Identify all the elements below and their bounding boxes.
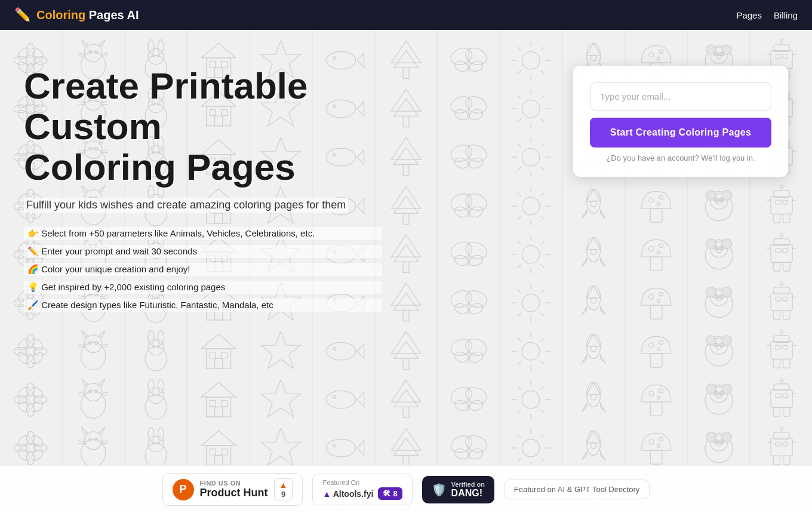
svg-point-632 (26, 443, 35, 453)
svg-marker-486 (99, 330, 105, 337)
ph-icon: P (173, 479, 194, 500)
svg-marker-662 (262, 428, 301, 465)
svg-point-560 (30, 385, 45, 401)
svg-rect-503 (222, 352, 227, 358)
hero-title: Create Printable Custom Coloring Pages (24, 66, 382, 188)
svg-marker-12 (99, 40, 105, 47)
svg-rect-626 (776, 394, 780, 398)
svg-point-638 (30, 447, 45, 463)
svg-line-363 (518, 241, 522, 245)
svg-point-608 (590, 394, 596, 400)
grid-cell (438, 272, 499, 333)
svg-point-595 (522, 391, 540, 408)
grid-cell (0, 321, 61, 382)
svg-line-126 (518, 95, 522, 99)
svg-rect-73 (776, 55, 780, 59)
svg-point-305 (716, 201, 721, 204)
svg-rect-550 (783, 359, 790, 368)
product-hunt-badge[interactable]: P FIND US ON Product Hunt ▲ 9 (162, 473, 303, 506)
dang-verified-label: Verified on (451, 481, 485, 488)
nav-pages[interactable]: Pages (736, 10, 762, 20)
grid-cell (250, 369, 312, 431)
svg-line-442 (518, 289, 522, 293)
svg-line-445 (518, 312, 522, 317)
svg-marker-583 (262, 380, 301, 417)
grid-cell (563, 321, 625, 382)
svg-point-59 (657, 57, 660, 60)
svg-point-513 (453, 350, 469, 364)
svg-point-505 (326, 342, 355, 360)
svg-point-558 (16, 385, 32, 401)
svg-marker-368 (587, 237, 601, 250)
grid-cell (500, 369, 562, 431)
svg-line-285 (541, 216, 545, 220)
svg-line-600 (518, 386, 522, 390)
dang-icon: 🛡️ (432, 483, 447, 497)
logo-group[interactable]: ✏️ Coloring Pages AI (14, 7, 139, 23)
svg-line-679 (518, 434, 522, 438)
grid-cell (688, 223, 749, 285)
svg-rect-464 (771, 293, 792, 311)
svg-marker-25 (201, 44, 236, 59)
grid-cell (63, 369, 124, 431)
grid-cell (0, 369, 61, 431)
svg-point-672 (467, 447, 484, 460)
svg-marker-585 (357, 392, 364, 407)
svg-line-364 (541, 264, 545, 268)
dang-badge[interactable]: 🛡️ Verified on DANG! (422, 476, 494, 503)
svg-point-119 (467, 108, 484, 122)
svg-marker-508 (391, 331, 420, 354)
cta-button[interactable]: Start Creating Coloring Pages (590, 118, 771, 148)
aitools-badge[interactable]: Featured On ▲ Altools.fyi 🛠8 (312, 474, 412, 505)
gpt-badge[interactable]: Featured on AI & GPT Tool Directory (504, 480, 650, 499)
svg-marker-34 (391, 41, 420, 63)
svg-marker-499 (201, 334, 236, 349)
grid-cell (376, 127, 437, 188)
svg-rect-312 (773, 214, 780, 223)
svg-rect-548 (782, 345, 787, 349)
svg-rect-310 (776, 200, 780, 204)
svg-marker-289 (587, 189, 601, 201)
svg-point-21 (148, 40, 154, 54)
svg-point-533 (657, 348, 660, 351)
grid-cell (250, 321, 312, 382)
svg-point-495 (148, 330, 154, 344)
svg-marker-527 (582, 355, 587, 364)
svg-marker-506 (357, 344, 364, 359)
svg-marker-447 (587, 285, 601, 298)
svg-point-496 (158, 330, 164, 344)
svg-point-592 (453, 398, 469, 412)
grid-cell (376, 175, 437, 236)
svg-marker-684 (587, 431, 601, 443)
grid-cell (751, 321, 812, 382)
nav-billing[interactable]: Billing (774, 10, 798, 20)
svg-marker-192 (391, 138, 420, 160)
email-input[interactable] (590, 82, 771, 110)
svg-rect-627 (782, 394, 787, 398)
svg-point-374 (659, 244, 663, 248)
svg-point-452 (649, 294, 654, 299)
svg-line-444 (541, 289, 545, 293)
svg-point-514 (467, 350, 484, 364)
svg-rect-543 (771, 342, 792, 360)
svg-line-47 (518, 47, 522, 51)
svg-marker-578 (201, 382, 236, 397)
svg-marker-11 (81, 40, 87, 47)
svg-line-128 (541, 95, 545, 99)
svg-rect-313 (783, 214, 790, 223)
svg-rect-708 (783, 456, 790, 465)
svg-rect-706 (782, 442, 787, 446)
grid-cell (500, 127, 562, 188)
grid-cell (688, 369, 749, 431)
svg-point-373 (649, 246, 654, 251)
grid-cell (313, 369, 374, 431)
svg-line-208 (518, 167, 522, 171)
svg-point-384 (716, 250, 721, 253)
svg-rect-609 (650, 402, 662, 416)
svg-point-55 (590, 55, 596, 61)
svg-point-276 (453, 205, 469, 219)
gpt-label: Featured on AI & GPT Tool Directory (514, 485, 640, 494)
svg-marker-666 (391, 428, 420, 450)
hero-subtitle: Fulfill your kids wishes and create amaz… (24, 198, 348, 213)
svg-marker-449 (601, 306, 605, 315)
